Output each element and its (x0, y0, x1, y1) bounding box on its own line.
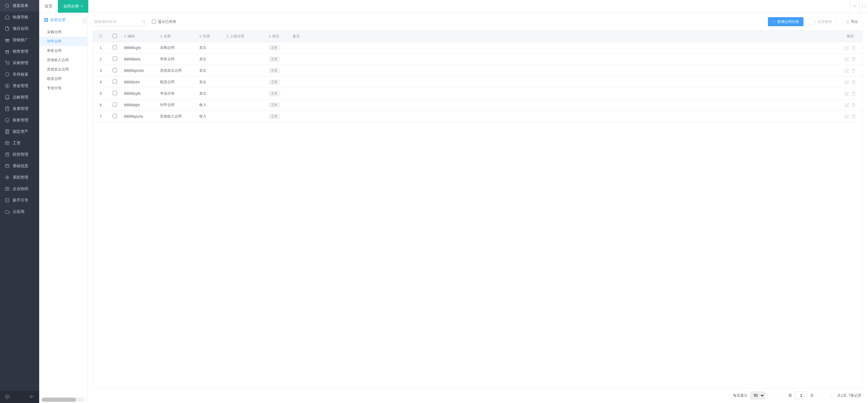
sidebar-item-7[interactable]: 资金管理 (0, 80, 39, 92)
show-disabled-input[interactable] (152, 20, 156, 24)
sidebar-item-label: 企业协同 (13, 186, 28, 192)
cell-checkbox[interactable] (108, 99, 121, 111)
sidebar-item-18[interactable]: 云应用 (0, 206, 39, 217)
tab-close-all-button[interactable] (850, 0, 859, 13)
sidebar-item-1[interactable]: 快捷导航 (0, 11, 39, 23)
add-button[interactable]: 新增合同分类 (768, 17, 804, 26)
svg-rect-19 (5, 141, 9, 145)
delete-icon[interactable] (851, 92, 856, 96)
sidebar-item-13[interactable]: 经营管理 (0, 149, 39, 160)
sidebar-item-4[interactable]: 销售管理 (0, 46, 39, 57)
cell-parent (224, 76, 266, 88)
edit-icon[interactable] (845, 80, 849, 84)
svg-rect-10 (6, 107, 9, 110)
edit-icon[interactable] (845, 92, 849, 96)
category-item-4[interactable]: 其他支出合同 (39, 65, 87, 74)
cell-checkbox[interactable] (108, 42, 121, 54)
cell-remark (290, 54, 838, 65)
sidebar-scroll[interactable]: 搜索菜单快捷导航项目合同营销推广销售管理采购管理库存核算资金管理总账管理发票管理… (0, 0, 39, 391)
sidebar-item-2[interactable]: 项目合同 (0, 23, 39, 34)
sidebar-item-3[interactable]: 营销推广 (0, 34, 39, 46)
tab-1[interactable]: 合同分类× (58, 0, 88, 13)
sidebar-item-11[interactable]: 固定资产 (0, 126, 39, 137)
sidebar-item-8[interactable]: 总账管理 (0, 92, 39, 103)
per-page-select[interactable]: 50 (750, 392, 765, 399)
edit-icon[interactable] (845, 103, 849, 107)
sidebar-item-label: 营销推广 (13, 37, 28, 43)
tab-close-icon[interactable]: × (81, 4, 83, 8)
header-code[interactable]: 编码 (121, 31, 158, 42)
delete-icon[interactable] (851, 46, 856, 50)
sidebar-item-10[interactable]: 税务管理 (0, 114, 39, 126)
category-hscrollbar[interactable] (41, 398, 85, 402)
category-item-3[interactable]: 其他收入合同 (39, 56, 87, 65)
table-wrap[interactable]: 编码 名称 性质 上级分类 状态 备注 操作 199999cght采购合同支出正… (93, 30, 863, 389)
sidebar-item-5[interactable]: 采购管理 (0, 57, 39, 69)
category-item-1[interactable]: 对甲合同 (39, 37, 87, 46)
header-ops: 操作 (838, 31, 862, 42)
next-page-button[interactable] (817, 392, 824, 399)
sidebar-item-16[interactable]: 企业协同 (0, 183, 39, 195)
delete-icon[interactable] (851, 57, 856, 62)
cell-code: 99999qtsrht (121, 111, 158, 122)
sidebar-item-label: 云应用 (13, 209, 24, 214)
table-row: 599999zyfb专业分包支出正常 (93, 88, 862, 99)
fullscreen-button[interactable] (859, 0, 868, 13)
search-input[interactable] (93, 17, 147, 26)
cell-status: 正常 (266, 76, 290, 88)
sidebar-item-17[interactable]: 新手引导 (0, 195, 39, 206)
cell-checkbox[interactable] (108, 88, 121, 99)
category-item-2[interactable]: 劳务合同 (39, 46, 87, 56)
search-icon[interactable] (142, 20, 146, 24)
header-name[interactable]: 名称 (158, 31, 197, 42)
category-all[interactable]: 全部分类 (39, 13, 87, 26)
sidebar-item-15[interactable]: 系统管理 (0, 172, 39, 183)
tab-0[interactable]: 首页 (39, 0, 58, 13)
page-label-prefix: 第 (788, 393, 792, 398)
last-page-button[interactable] (827, 392, 834, 399)
show-disabled-checkbox[interactable]: 显示已停用 (152, 19, 176, 24)
category-item-5[interactable]: 租赁合同 (39, 74, 87, 83)
sidebar-item-6[interactable]: 库存核算 (0, 69, 39, 80)
delete-icon[interactable] (851, 103, 856, 107)
delete-icon[interactable] (851, 114, 856, 119)
header-remark: 备注 (290, 31, 838, 42)
sidebar-item-9[interactable]: 发票管理 (0, 103, 39, 114)
sidebar-item-12[interactable]: 工资 (0, 137, 39, 149)
category-item-0[interactable]: 采购合同 (39, 27, 87, 37)
panel-collapse-button[interactable] (82, 17, 87, 24)
page-input[interactable] (795, 392, 807, 399)
edit-icon[interactable] (845, 57, 849, 62)
header-checkbox[interactable] (108, 31, 121, 42)
delete-icon[interactable] (851, 69, 856, 73)
cell-checkbox[interactable] (108, 111, 121, 122)
header-parent[interactable]: 上级分类 (224, 31, 266, 42)
cell-checkbox[interactable] (108, 76, 121, 88)
category-hscrollbar-thumb[interactable] (41, 398, 76, 402)
header-status[interactable]: 状态 (266, 31, 290, 42)
export-button[interactable]: 导出 (841, 17, 863, 26)
header-gear[interactable] (93, 31, 108, 42)
edit-icon[interactable] (845, 46, 849, 50)
header-nature[interactable]: 性质 (197, 31, 224, 42)
cell-ops (838, 54, 862, 65)
svg-point-46 (100, 35, 101, 36)
svg-line-42 (145, 23, 146, 24)
cell-checkbox[interactable] (108, 54, 121, 65)
edit-icon[interactable] (845, 69, 849, 73)
cell-remark (290, 111, 838, 122)
delete-icon[interactable] (851, 80, 856, 84)
cell-remark (290, 65, 838, 76)
sound-icon[interactable] (30, 394, 34, 400)
settings-icon[interactable] (5, 394, 10, 400)
team-icon (5, 187, 10, 191)
prev-page-button[interactable] (778, 392, 785, 399)
first-page-button[interactable] (768, 392, 775, 399)
page-label-suffix: 页 (810, 393, 814, 398)
sidebar-item-0[interactable]: 搜索菜单 (0, 0, 39, 11)
category-item-6[interactable]: 专业分包 (39, 83, 87, 93)
sidebar-item-14[interactable]: 基础信息 (0, 160, 39, 172)
edit-icon[interactable] (845, 114, 849, 119)
cell-code: 99999lwht (121, 54, 158, 65)
cell-checkbox[interactable] (108, 65, 121, 76)
